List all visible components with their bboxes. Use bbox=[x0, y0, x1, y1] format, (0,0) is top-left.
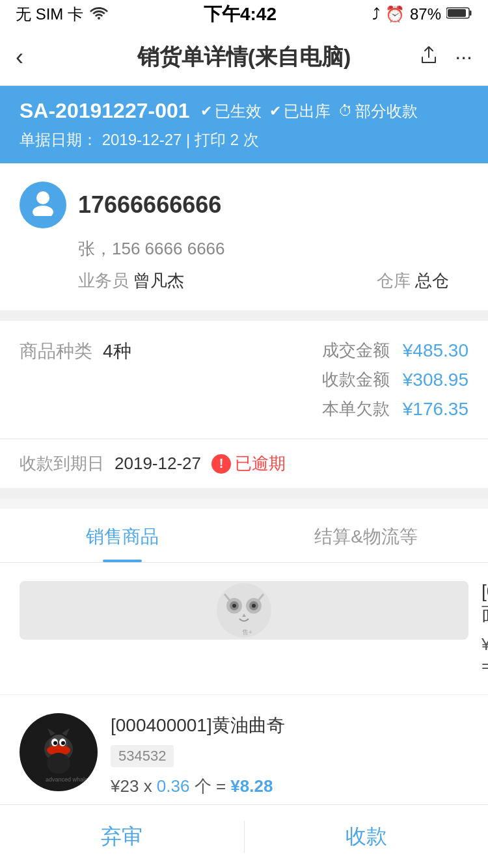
status-right: ⤴ ⏰ 87% bbox=[372, 5, 472, 23]
back-button[interactable]: ‹ bbox=[9, 37, 30, 77]
deal-stat: 成交金额 ¥485.30 bbox=[322, 339, 468, 362]
due-label: 收款到期日 bbox=[20, 452, 104, 475]
svg-text:advanced whale: advanced whale bbox=[46, 776, 88, 783]
confirm-button[interactable]: 收款 bbox=[245, 809, 489, 864]
badge-shipped: ✔ 已出库 bbox=[269, 101, 331, 122]
overdue-badge: ! 已逾期 bbox=[211, 452, 286, 475]
share-icon[interactable] bbox=[418, 44, 439, 70]
mul-2: x bbox=[144, 776, 157, 796]
stats-left: 商品种类 4种 bbox=[20, 339, 131, 364]
svg-point-21 bbox=[61, 741, 65, 745]
customer-phone: 17666666666 bbox=[78, 191, 221, 219]
overdue-icon: ! bbox=[211, 454, 231, 474]
receipt-label: 收款金额 bbox=[322, 368, 390, 391]
badge-partial: ⏱ 部分收款 bbox=[338, 101, 418, 122]
carrier-text: 无 SIM 卡 bbox=[16, 4, 83, 25]
svg-point-10 bbox=[232, 604, 236, 608]
badge-shipped-label: 已出库 bbox=[284, 101, 331, 122]
nav-bar: ‹ 销货单详情(来自电脑) ··· bbox=[0, 29, 488, 86]
badge-active: ✔ 已生效 bbox=[200, 101, 262, 122]
debt-label: 本单欠款 bbox=[322, 398, 390, 420]
check-icon-1: ✔ bbox=[200, 103, 212, 120]
tab-logistics[interactable]: 结算&物流等 bbox=[244, 509, 488, 562]
order-print-unit: 次 bbox=[243, 131, 259, 148]
battery-icon bbox=[446, 5, 472, 23]
wifi-icon bbox=[90, 5, 108, 23]
order-print-label: 打印 bbox=[195, 131, 226, 148]
overdue-text: 已逾期 bbox=[235, 452, 286, 475]
order-meta: 单据日期： 2019-12-27 | 打印 2 次 bbox=[20, 129, 468, 150]
svg-point-11 bbox=[252, 604, 256, 608]
svg-point-20 bbox=[53, 741, 57, 745]
divider-3 bbox=[0, 488, 488, 498]
customer-section: 17666666666 张，156 6666 6666 业务员 曾凡杰 仓库 总… bbox=[0, 163, 488, 310]
receipt-stat: 收款金额 ¥308.95 bbox=[322, 368, 468, 391]
svg-rect-1 bbox=[469, 10, 471, 16]
tab-logistics-label: 结算&物流等 bbox=[314, 526, 418, 547]
qty-2: 0.36 bbox=[157, 776, 190, 796]
svg-rect-2 bbox=[448, 9, 466, 17]
unit-2: 个 bbox=[195, 776, 211, 796]
price-2: ¥23 bbox=[111, 776, 139, 796]
divider-1 bbox=[0, 310, 488, 321]
debt-amount: ¥176.35 bbox=[403, 399, 468, 420]
tab-products[interactable]: 销售商品 bbox=[0, 509, 244, 562]
svg-point-3 bbox=[36, 191, 49, 204]
product-info-2: [000400001]黄油曲奇 534532 ¥23 x 0.36 个 = ¥8… bbox=[111, 713, 468, 798]
customer-top: 17666666666 bbox=[20, 182, 468, 228]
location-icon: ⤴ bbox=[372, 5, 380, 23]
total-2: ¥8.28 bbox=[230, 776, 273, 796]
order-meta-sep: | bbox=[186, 131, 195, 148]
product-info-1: [0000002]面包 ¥40 x 5 袋 = ¥199.99 bbox=[481, 581, 488, 676]
nav-actions: ··· bbox=[418, 44, 472, 70]
svg-text:售+: 售+ bbox=[242, 629, 252, 636]
order-meta-date: 2019-12-27 bbox=[102, 131, 182, 148]
customer-meta: 业务员 曾凡杰 仓库 总仓 bbox=[20, 269, 468, 292]
status-time: 下午4:42 bbox=[204, 2, 277, 27]
price-1: ¥40 bbox=[481, 634, 488, 654]
tab-products-label: 销售商品 bbox=[86, 526, 159, 547]
svg-point-24 bbox=[47, 753, 70, 774]
product-name-1: [0000002]面包 bbox=[481, 581, 488, 627]
product-price-1: ¥40 x 5 袋 = ¥199.99 bbox=[481, 633, 488, 676]
alarm-icon: ⏰ bbox=[385, 5, 405, 23]
kind-label: 商品种类 bbox=[20, 339, 92, 364]
product-name-2: [000400001]黄油曲奇 bbox=[111, 713, 468, 738]
deal-label: 成交金额 bbox=[322, 339, 390, 362]
table-row: advanced whale [000400001]黄油曲奇 534532 ¥2… bbox=[0, 695, 488, 817]
table-row: 售+ [0000002]面包 ¥40 x 5 袋 = ¥199.99 bbox=[0, 563, 488, 695]
order-print-count: 2 bbox=[230, 131, 239, 148]
warehouse-name: 总仓 bbox=[415, 269, 449, 292]
badge-active-label: 已生效 bbox=[215, 101, 262, 122]
debt-stat: 本单欠款 ¥176.35 bbox=[322, 398, 468, 420]
cancel-button[interactable]: 弃审 bbox=[0, 809, 244, 864]
badge-partial-label: 部分收款 bbox=[355, 101, 418, 122]
page-title: 销货单详情(来自电脑) bbox=[137, 42, 351, 72]
person-icon bbox=[29, 187, 57, 223]
deal-amount: ¥485.30 bbox=[403, 340, 468, 361]
product-price-2: ¥23 x 0.36 个 = ¥8.28 bbox=[111, 775, 468, 798]
tab-bar: 销售商品 结算&物流等 bbox=[0, 509, 488, 563]
clock-icon: ⏱ bbox=[338, 103, 353, 120]
svg-point-4 bbox=[33, 206, 53, 216]
avatar bbox=[20, 182, 66, 228]
check-icon-2: ✔ bbox=[269, 103, 281, 120]
stats-row: 商品种类 4种 成交金额 ¥485.30 收款金额 ¥308.95 本单欠款 ¥… bbox=[20, 339, 468, 420]
due-date: 2019-12-27 bbox=[115, 454, 201, 474]
status-badges: ✔ 已生效 ✔ 已出库 ⏱ 部分收款 bbox=[200, 101, 418, 122]
product-thumbnail-1: 售+ bbox=[20, 581, 468, 640]
order-number: SA-20191227-001 bbox=[20, 99, 190, 123]
customer-info: 张，156 6666 6666 bbox=[20, 237, 468, 260]
sales-name: 曾凡杰 bbox=[133, 269, 184, 292]
more-icon[interactable]: ··· bbox=[455, 45, 472, 69]
warehouse-label: 仓库 bbox=[377, 269, 411, 292]
product-sku-2: 534532 bbox=[111, 745, 174, 767]
sales-label: 业务员 bbox=[78, 269, 129, 292]
eq-1: = bbox=[481, 656, 488, 675]
receipt-amount: ¥308.95 bbox=[403, 370, 468, 390]
stats-section: 商品种类 4种 成交金额 ¥485.30 收款金额 ¥308.95 本单欠款 ¥… bbox=[0, 321, 488, 439]
product-list: 售+ [0000002]面包 ¥40 x 5 袋 = ¥199.99 bbox=[0, 563, 488, 817]
status-bar: 无 SIM 卡 下午4:42 ⤴ ⏰ 87% bbox=[0, 0, 488, 29]
kind-value: 4种 bbox=[103, 339, 131, 364]
order-banner: SA-20191227-001 ✔ 已生效 ✔ 已出库 ⏱ 部分收款 单据日期：… bbox=[0, 86, 488, 163]
